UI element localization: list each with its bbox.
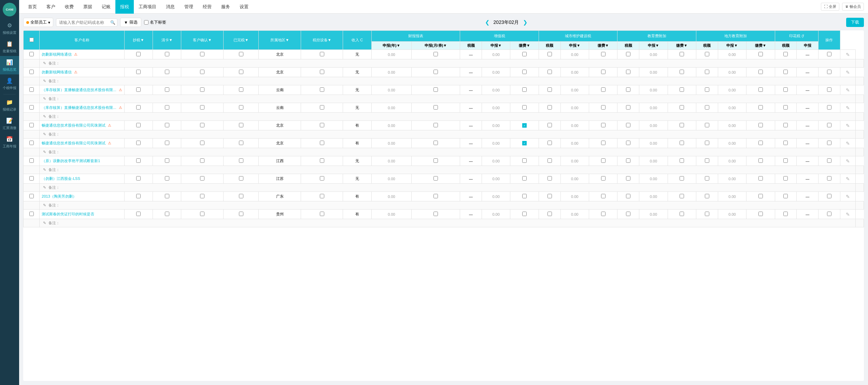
cell-clear-card[interactable] [153, 174, 181, 184]
edit-icon[interactable]: ✎ [846, 52, 850, 57]
cell-edu-waiver[interactable] [696, 156, 718, 166]
edit-icon[interactable]: ✎ [846, 176, 850, 182]
nav-settings[interactable]: 设置 [235, 0, 253, 14]
company-name-link[interactable]: 测试斯春的凭证打印的时候是否 [42, 212, 94, 216]
th-vat-declare[interactable]: 申报▼ [482, 42, 510, 50]
cell-fin-year[interactable] [411, 156, 460, 166]
cell-city-waiver[interactable] [617, 210, 639, 219]
edit-icon[interactable]: ✎ [846, 70, 850, 75]
cell-city-waiver[interactable] [617, 68, 639, 77]
th-stamp-declare[interactable]: 申报 [797, 42, 819, 50]
th-declared[interactable]: 已完税▼ [223, 31, 258, 50]
cell-checkbox[interactable] [24, 68, 40, 77]
cell-edit[interactable]: ✎ [840, 50, 855, 59]
cell-edu-declare[interactable] [668, 121, 696, 130]
cell-edu-waiver[interactable] [696, 103, 718, 113]
nav-customer[interactable]: 客户 [42, 0, 60, 14]
cell-vat-waiver[interactable] [539, 156, 560, 166]
cell-vat-declare[interactable] [510, 174, 539, 184]
cell-edu-declare[interactable] [668, 174, 696, 184]
cell-vat-waiver[interactable] [539, 174, 560, 184]
cell-local-waiver[interactable] [775, 68, 797, 77]
employee-filter[interactable]: 全部员工 ▾ [23, 18, 53, 27]
note-edit-icon[interactable]: ✎ [43, 132, 46, 136]
cell-local-declare[interactable] [746, 192, 775, 201]
cell-edit[interactable]: ✎ [840, 85, 855, 95]
company-name-link[interactable]: （原）误删勿改李艳平测试断套新1 [42, 159, 100, 163]
cell-city-waiver[interactable] [617, 156, 639, 166]
cell-fin-year[interactable] [411, 85, 460, 95]
cell-fin-year[interactable] [411, 174, 460, 184]
cell-fin-year[interactable] [411, 139, 460, 148]
th-confirm[interactable]: 客户确认▼ [181, 31, 223, 50]
cell-edu-waiver[interactable] [696, 139, 718, 148]
note-edit-icon[interactable]: ✎ [43, 168, 46, 172]
cell-local-declare[interactable] [746, 210, 775, 219]
cell-city-declare[interactable] [589, 50, 617, 59]
cell-clear-card[interactable] [153, 103, 181, 113]
edit-icon[interactable]: ✎ [846, 212, 850, 217]
cell-edit[interactable]: ✎ [840, 156, 855, 166]
cell-checkbox[interactable] [24, 121, 40, 130]
th-clear-card[interactable]: 清卡▼ [153, 31, 181, 50]
cell-checkbox[interactable] [24, 85, 40, 95]
cell-confirm[interactable] [181, 210, 223, 219]
cell-stamp-declare[interactable] [818, 121, 840, 130]
cell-local-declare[interactable] [746, 68, 775, 77]
edit-icon[interactable]: ✎ [846, 87, 850, 93]
cell-fin-year[interactable] [411, 121, 460, 130]
cell-local-waiver[interactable] [775, 121, 797, 130]
cell-checkbox[interactable] [24, 174, 40, 184]
cell-city-declare[interactable] [589, 139, 617, 148]
note-edit-icon[interactable]: ✎ [43, 150, 46, 154]
cell-equipment[interactable] [301, 192, 343, 201]
cell-copy-tax[interactable] [124, 192, 153, 201]
cell-vat-declare[interactable] [510, 68, 539, 77]
sidebar-item-tax-declare[interactable]: 📊 报税总览 [0, 56, 19, 74]
nav-industry[interactable]: 工商项目 [134, 0, 161, 14]
cell-local-waiver[interactable] [775, 174, 797, 184]
cell-city-declare[interactable] [589, 85, 617, 95]
cell-local-waiver[interactable] [775, 85, 797, 95]
note-edit-icon[interactable]: ✎ [43, 203, 46, 207]
cell-equipment[interactable] [301, 156, 343, 166]
cell-confirm[interactable] [181, 103, 223, 113]
cell-equipment[interactable] [301, 103, 343, 113]
cell-edu-declare[interactable] [668, 103, 696, 113]
cell-confirm[interactable] [181, 156, 223, 166]
cell-stamp-declare[interactable] [818, 192, 840, 201]
cell-copy-tax[interactable] [124, 121, 153, 130]
nav-tax[interactable]: 报税 [115, 0, 134, 14]
cell-equipment[interactable] [301, 68, 343, 77]
th-city-declare[interactable]: 申报▼ [560, 42, 589, 50]
cell-vat-declare[interactable] [510, 210, 539, 219]
cell-stamp-declare[interactable] [818, 103, 840, 113]
cell-edu-declare[interactable] [668, 192, 696, 201]
cell-equipment[interactable] [301, 50, 343, 59]
cell-local-declare[interactable] [746, 103, 775, 113]
cell-declared[interactable] [223, 174, 258, 184]
cell-confirm[interactable] [181, 174, 223, 184]
nav-message[interactable]: 消息 [161, 0, 180, 14]
cell-vat-waiver[interactable] [539, 85, 560, 95]
cell-city-waiver[interactable] [617, 174, 639, 184]
cell-local-declare[interactable] [746, 139, 775, 148]
cell-local-declare[interactable] [746, 174, 775, 184]
sidebar-item-annual-report[interactable]: 📅 工商年报 [0, 133, 19, 151]
cell-edu-waiver[interactable] [696, 174, 718, 184]
named-table-checkbox[interactable] [144, 20, 148, 25]
th-local-declare[interactable]: 申报▼ [718, 42, 746, 50]
cell-local-waiver[interactable] [775, 139, 797, 148]
cell-confirm[interactable] [181, 85, 223, 95]
cell-vat-declare[interactable] [510, 192, 539, 201]
cell-confirm[interactable] [181, 121, 223, 130]
cell-edu-declare[interactable] [668, 68, 696, 77]
cell-equipment[interactable] [301, 174, 343, 184]
cell-vat-waiver[interactable] [539, 139, 560, 148]
edit-icon[interactable]: ✎ [846, 158, 850, 164]
named-table-checkbox-wrapper[interactable]: 名下标签 [144, 19, 166, 25]
cell-city-waiver[interactable] [617, 103, 639, 113]
cell-vat-declare[interactable]: ✓ [510, 121, 539, 130]
cell-city-declare[interactable] [589, 174, 617, 184]
cell-stamp-declare[interactable] [818, 68, 840, 77]
